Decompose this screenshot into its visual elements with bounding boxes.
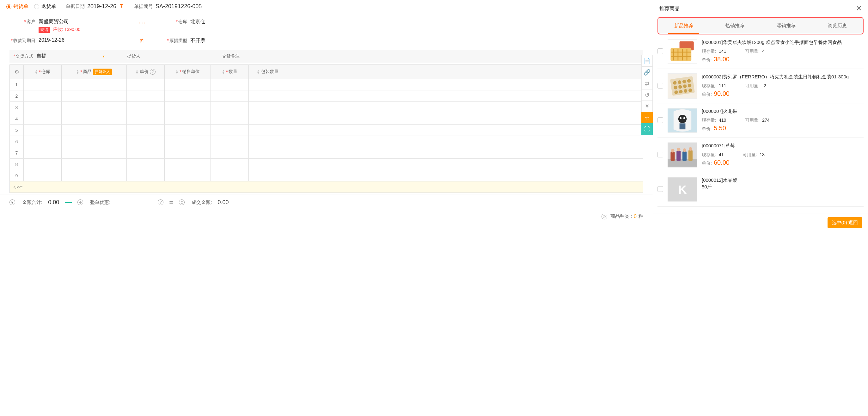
product-thumb (668, 73, 697, 99)
svg-point-26 (683, 117, 685, 119)
star-icon[interactable]: ☆ (641, 112, 653, 123)
sales-order-radio[interactable]: 销货单 (6, 3, 28, 10)
svg-point-35 (677, 148, 680, 151)
product-name: [0000001]华美华夫软饼1200g 糕点零食小吃手撕面包早餐休闲食品 (702, 39, 864, 45)
settle-badge: 现结 (38, 27, 50, 33)
exchange-icon[interactable]: ⇄ (641, 78, 653, 89)
product-name: [00000071]草莓 (702, 142, 864, 149)
product-item: [0000002]费列罗（FERRERO）巧克力礼盒装生日礼物礼盒装01-300… (657, 69, 864, 103)
svg-point-25 (680, 117, 682, 119)
product-item: [00000071]草莓现存量:41可用量:13单价:60.00 (657, 138, 864, 172)
table-row[interactable]: 5 (10, 124, 643, 136)
tab-3[interactable]: 浏览历史 (812, 18, 863, 34)
doc-icon[interactable]: 📄 (641, 55, 653, 66)
product-item: [0000001]华美华夫软饼1200g 糕点零食小吃手撕面包早餐休闲食品现存量… (657, 34, 864, 69)
svg-rect-32 (682, 152, 687, 161)
warehouse-field[interactable]: 北京仓 (190, 18, 206, 25)
product-checkbox[interactable] (657, 117, 663, 123)
product-checkbox[interactable] (657, 152, 663, 157)
calendar-icon[interactable]: 🗓 (139, 38, 145, 44)
tab-1[interactable]: 热销推荐 (709, 18, 761, 34)
svg-point-37 (689, 147, 692, 151)
table-row[interactable]: 3 (10, 101, 643, 113)
doc-no-value: SA-20191226-005 (156, 3, 202, 10)
chevron-down-icon[interactable]: ▾ (103, 54, 105, 59)
table-row[interactable]: 9 (10, 170, 643, 181)
tag-icon: ◎ (601, 214, 607, 219)
product-thumb (668, 142, 697, 167)
product-item: K[0000012]水晶梨50斤 (657, 172, 864, 207)
table-row[interactable]: 7 (10, 147, 643, 158)
yen-icon: ¥ (9, 199, 15, 205)
calendar-icon[interactable]: 🗓 (119, 3, 125, 10)
product-thumb (668, 39, 697, 64)
table-row[interactable]: 1 (10, 79, 643, 90)
svg-rect-31 (677, 151, 681, 161)
product-thumb (668, 108, 697, 133)
table-row[interactable]: 6 (10, 136, 643, 147)
no-edit-icon: ⊘ (78, 199, 83, 205)
info-icon[interactable]: ? (158, 199, 163, 205)
currency-icon[interactable]: ¥ (641, 100, 653, 112)
product-name: [0000002]费列罗（FERRERO）巧克力礼盒装生日礼物礼盒装01-300… (702, 73, 864, 80)
delivery-remark-label: 交货备注 (222, 54, 240, 59)
product-checkbox[interactable] (657, 186, 663, 192)
info-icon[interactable]: ? (150, 69, 156, 74)
close-icon[interactable]: ✕ (856, 4, 862, 13)
discount-input[interactable] (116, 200, 151, 205)
product-name: [0000007]火龙果 (702, 108, 864, 115)
pay-due-field[interactable]: 2019-12-26 (38, 37, 146, 43)
return-order-radio[interactable]: 退货单 (34, 3, 56, 10)
svg-rect-33 (688, 150, 692, 161)
amount-total: 0.00 (48, 199, 59, 206)
svg-point-36 (683, 148, 686, 152)
table-row[interactable]: 4 (10, 113, 643, 124)
table-row[interactable]: 8 (10, 158, 643, 170)
history-icon[interactable]: ↺ (641, 89, 653, 100)
table-row[interactable]: 2 (10, 90, 643, 101)
picker-label: 提货人 (127, 54, 141, 59)
selected-return-button[interactable]: 选中(0) 返回 (828, 217, 863, 228)
product-item: [0000007]火龙果现存量:410可用量:274单价:5.50 (657, 103, 864, 138)
invoice-type-field[interactable]: 不开票 (190, 37, 206, 44)
tab-2[interactable]: 滞销推荐 (761, 18, 812, 34)
product-checkbox[interactable] (657, 49, 663, 54)
delivery-mode-select[interactable]: 自提 (36, 53, 105, 59)
doc-no-label: 单据编号 (134, 3, 153, 9)
customer-field[interactable]: 新盛商贸公司 (38, 18, 146, 25)
gear-icon[interactable]: ⚙ (14, 69, 19, 75)
link-icon[interactable]: 🔗 (641, 66, 653, 78)
product-checkbox[interactable] (657, 83, 663, 89)
svg-point-34 (671, 149, 674, 152)
no-edit-icon: ⊘ (179, 199, 185, 205)
doc-date-label: 单据日期 (66, 3, 85, 9)
scan-input-button[interactable]: 扫码录入 (93, 69, 112, 75)
product-name: [0000012]水晶梨50斤 (702, 177, 864, 190)
deal-amount: 0.00 (217, 199, 228, 206)
svg-text:K: K (678, 183, 687, 196)
tab-0[interactable]: 新品推荐 (658, 18, 709, 34)
expand-icon[interactable]: ⛶ (641, 123, 653, 135)
customer-picker-icon[interactable]: ··· (139, 19, 146, 26)
product-thumb: K (668, 177, 697, 202)
doc-date-value[interactable]: 2019-12-26 (87, 3, 116, 10)
svg-point-24 (678, 115, 687, 123)
panel-title: 推荐商品 (659, 5, 680, 12)
subtotal-row: 小计 (10, 181, 643, 193)
svg-rect-30 (671, 152, 675, 161)
svg-rect-27 (680, 123, 686, 129)
